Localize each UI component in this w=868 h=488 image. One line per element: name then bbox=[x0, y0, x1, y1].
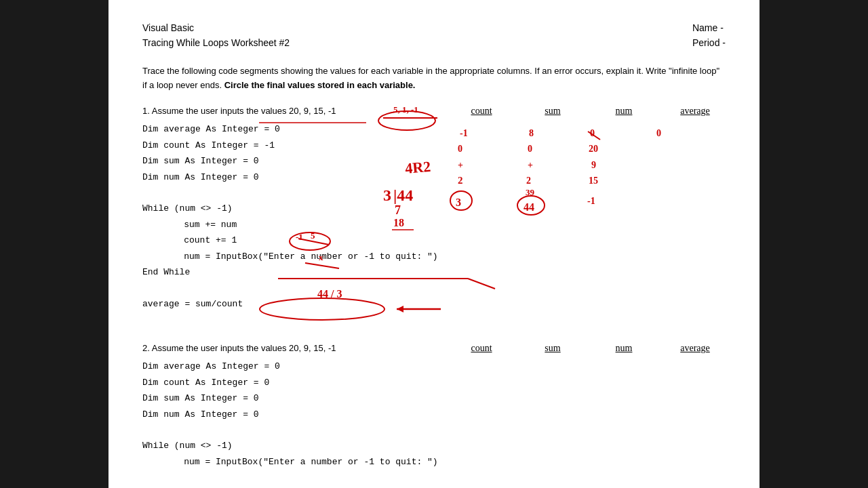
problem2-column-headers: count sum num average bbox=[465, 343, 712, 354]
page-container: Visual Basic Tracing While Loops Workshe… bbox=[108, 0, 760, 488]
p2-col-sum: sum bbox=[536, 343, 570, 354]
p2-code-if: If (num = -1)Then bbox=[142, 486, 726, 489]
p2-code-line2: Dim count As Integer = 0 bbox=[142, 375, 726, 390]
p2-col-num: num bbox=[607, 343, 641, 354]
p1-code-count: count += 1 bbox=[142, 232, 726, 248]
header-right-line1: Name - bbox=[692, 20, 726, 35]
p2-code-blank1 bbox=[142, 422, 726, 438]
p1-code-blank2 bbox=[142, 280, 726, 296]
problem2-section: count sum num average 2. Assume the user… bbox=[142, 343, 726, 488]
p2-code-line1: Dim average As Integer = 0 bbox=[142, 359, 726, 374]
header-left-line2: Tracing While Loops Worksheet #2 bbox=[142, 35, 290, 50]
header-left-line1: Visual Basic bbox=[142, 20, 290, 35]
header-right-line2: Period - bbox=[692, 35, 726, 50]
p2-code-line4: Dim num As Integer = 0 bbox=[142, 407, 726, 422]
header-section: Visual Basic Tracing While Loops Workshe… bbox=[142, 20, 726, 51]
problem2-code: Dim average As Integer = 0 Dim count As … bbox=[142, 359, 726, 488]
p1-code-blank1 bbox=[142, 185, 726, 201]
p2-code-while: While (num <> -1) bbox=[142, 438, 726, 453]
p1-code-average: average = sum/count bbox=[142, 296, 726, 312]
p1-col-sum: sum bbox=[536, 106, 570, 117]
p2-col-average: average bbox=[678, 343, 712, 354]
p1-code-sum: sum += num bbox=[142, 217, 726, 232]
problem1-code: Dim average As Integer = 0 Dim count As … bbox=[142, 121, 726, 312]
p1-code-endwhile: End While bbox=[142, 264, 726, 280]
problem2-title-text: 2. Assume the user inputs the values 20,… bbox=[142, 343, 336, 353]
p1-code-while: While (num <> -1) bbox=[142, 201, 726, 216]
p1-code-line3: Dim sum As Integer = 0 bbox=[142, 153, 726, 169]
instructions: Trace the following code segments showin… bbox=[142, 64, 726, 93]
p2-code-input: num = InputBox("Enter a number or -1 to … bbox=[142, 454, 726, 470]
p1-code-line1: Dim average As Integer = 0 bbox=[142, 121, 726, 137]
problem1-section: count sum num average 1. Assume the user… bbox=[142, 106, 726, 323]
instructions-bold: Circle the final values stored in each v… bbox=[224, 80, 416, 90]
p1-col-num: num bbox=[607, 106, 641, 117]
p2-col-count: count bbox=[465, 343, 498, 354]
p1-col-count: count bbox=[465, 106, 498, 117]
header-right: Name - Period - bbox=[692, 20, 726, 51]
p1-code-line4: Dim num As Integer = 0 bbox=[142, 169, 726, 185]
p1-code-input: num = InputBox("Enter a number or -1 to … bbox=[142, 249, 726, 264]
p1-col-average: average bbox=[678, 106, 712, 117]
p1-code-line2: Dim count As Integer = -1 bbox=[142, 138, 726, 153]
p2-code-blank2 bbox=[142, 470, 726, 485]
header-left: Visual Basic Tracing While Loops Workshe… bbox=[142, 20, 290, 51]
p2-code-line3: Dim sum As Integer = 0 bbox=[142, 390, 726, 406]
problem1-column-headers: count sum num average bbox=[465, 106, 712, 117]
